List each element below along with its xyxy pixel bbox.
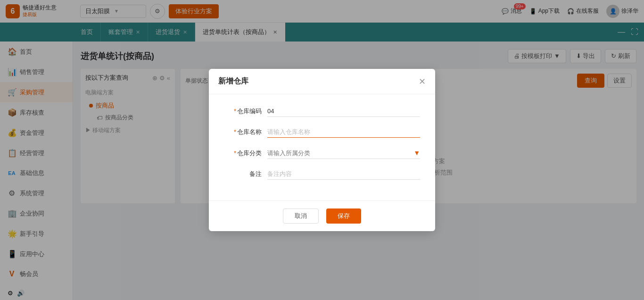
warehouse-category-select[interactable]: ▼ (267, 147, 420, 159)
new-warehouse-modal: 新增仓库 ✕ *仓库编码 *仓库名称 *仓库分类 (209, 69, 435, 231)
modal-title: 新增仓库 (218, 76, 248, 86)
modal-body: *仓库编码 *仓库名称 *仓库分类 ▼ (209, 94, 435, 200)
modal-header: 新增仓库 ✕ (209, 69, 435, 94)
warehouse-name-input[interactable] (267, 126, 420, 138)
modal-overlay: 新增仓库 ✕ *仓库编码 *仓库名称 *仓库分类 (0, 0, 644, 300)
category-dropdown-icon: ▼ (413, 149, 420, 157)
warehouse-code-input[interactable] (267, 106, 420, 117)
warehouse-name-label: *仓库名称 (224, 128, 262, 136)
notes-input[interactable] (267, 168, 420, 180)
warehouse-category-label: *仓库分类 (224, 149, 262, 158)
modal-footer: 取消 保存 (209, 200, 435, 231)
notes-label: 备注 (224, 170, 262, 178)
cancel-button[interactable]: 取消 (283, 208, 319, 224)
warehouse-code-label: *仓库编码 (224, 107, 262, 116)
notes-row: 备注 (224, 168, 420, 180)
warehouse-category-input[interactable] (267, 150, 413, 157)
modal-close-button[interactable]: ✕ (419, 77, 426, 86)
save-button[interactable]: 保存 (326, 208, 361, 224)
warehouse-code-row: *仓库编码 (224, 106, 420, 117)
warehouse-category-row: *仓库分类 ▼ (224, 147, 420, 159)
warehouse-name-row: *仓库名称 (224, 126, 420, 138)
